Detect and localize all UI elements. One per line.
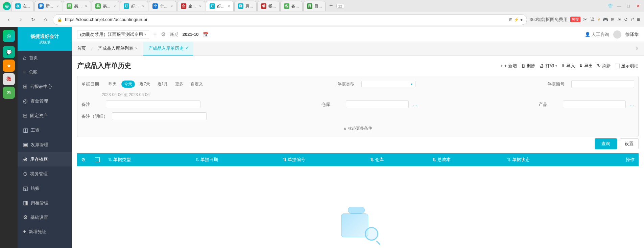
breadcrumb-history[interactable]: 产成品入库单历史 × [143,42,193,55]
note-detail-input[interactable] [112,112,207,120]
tab-close-3[interactable]: × [85,4,87,8]
breadcrumb-close-2[interactable]: × [186,46,188,51]
tab-close-4[interactable]: × [114,4,116,8]
tab-12[interactable]: 目 目... [303,1,326,11]
sidebar-item-invoice[interactable]: ▣ 发票管理 [18,137,72,152]
tab-5[interactable]: 好 好... × [120,1,148,11]
date-btn-yesterday[interactable]: 昨天 [106,81,119,88]
col-doc-type[interactable]: ⇅ 单据类型 [104,153,191,166]
tab-close-8[interactable]: × [228,4,230,8]
col-doc-date[interactable]: ⇅ 单据日期 [191,153,279,166]
col-doc-status[interactable]: ⇅ 单据状态 [503,153,590,166]
sidebar-item-home[interactable]: ⌂ 首页 [18,51,72,65]
sidebar-item-fund[interactable]: ◎ 资金管理 [18,94,72,108]
sidebar-item-general-ledger[interactable]: ≡ 总账 [18,65,72,79]
tab-7[interactable]: 企 企... × [177,1,205,11]
tab-11[interactable]: 各 各... [280,1,303,11]
add-icon[interactable]: + [153,31,157,38]
tab-8[interactable]: 好 好... × [206,1,234,11]
note-input[interactable] [106,100,200,108]
grid-view-icon[interactable]: ⊞ [611,17,615,22]
menu-icon[interactable]: ≡ [637,17,640,23]
breadcrumb-close-1[interactable]: × [135,46,138,51]
url-bar[interactable]: 🔒 https://cloud.chanjet.com/accounting/u… [53,14,527,25]
shirt-icon[interactable]: 👕 [607,3,613,9]
tab-4[interactable]: 易 易... × [92,1,119,11]
back-button[interactable]: ‹ [4,15,14,24]
weibo-icon[interactable]: 微 [3,73,15,85]
tab-1[interactable]: 在 在... [11,1,34,11]
dropdown-icon[interactable]: ▾ [520,17,523,22]
sidebar-item-cloud-report[interactable]: ⊞ 云报表中心 [18,79,72,94]
tab-close-6[interactable]: × [171,4,173,8]
tab-10[interactable]: 畅 畅... [257,1,280,11]
date-btn-month[interactable]: 近1月 [155,81,171,88]
sidebar-item-new-voucher[interactable]: + 新增凭证 [18,225,72,239]
collapse-button[interactable]: ∧ 收起更多条件 [343,124,372,133]
refresh-button[interactable]: ↻ [28,15,38,24]
date-btn-more[interactable]: 更多 [172,81,186,88]
tab-close-2[interactable]: × [56,4,58,8]
tab-close-5[interactable]: × [142,4,144,8]
minimize-button[interactable]: — [616,3,622,9]
print-button[interactable]: 🖨 打印 ▾ [540,63,557,69]
col-doc-no[interactable]: ⇅ 单据编号 [279,153,366,166]
import-button[interactable]: ⬆ 导入 [561,63,575,69]
tab-close-7[interactable]: × [199,4,201,8]
col-total-cost[interactable]: ⇅ 总成本 [428,153,503,166]
sidebar-item-fixed-assets[interactable]: ⊟ 固定资产 [18,108,72,123]
filter-settings-button[interactable]: 设置 [620,138,639,149]
chat-icon[interactable]: 💬 [3,46,15,58]
star-icon[interactable]: ★ [3,60,15,72]
product-input[interactable] [563,100,626,108]
sidebar-item-tax[interactable]: ⊙ 税务管理 [18,166,72,181]
sidebar-item-basic-settings[interactable]: ⚙ 基础设置 [18,210,72,225]
game-icon[interactable]: 🎮 [603,17,608,22]
currency-icon[interactable]: ¥ [597,17,600,22]
date-btn-custom[interactable]: 自定义 [188,81,206,88]
tab-3[interactable]: 易 易... × [63,1,91,11]
sidebar-item-inventory[interactable]: ⊕ 库存核算 [18,152,72,166]
close-button[interactable]: ✕ [635,3,641,9]
undo-icon[interactable]: ↺ [624,17,628,22]
delete-button[interactable]: 🗑 删除 [521,63,535,69]
sidebar-item-checkout[interactable]: ◱ 结账 [18,181,72,196]
sidebar-item-salary[interactable]: ◫ 工资 [18,123,72,137]
col-warehouse[interactable]: ⇅ 仓库 [366,153,428,166]
calendar-icon[interactable]: 📅 [203,32,209,37]
date-btn-today[interactable]: 今天 [121,81,135,88]
forward-button[interactable]: › [16,15,26,24]
col-checkbox[interactable] [91,153,104,166]
sync-icon[interactable]: ⇄ [630,17,634,22]
doc-type-select[interactable]: ▾ [361,81,415,87]
sidebar-item-archive[interactable]: ◨ 归档管理 [18,196,72,210]
new-tab-button[interactable]: + [326,1,336,11]
tab-2[interactable]: 新 新... × [34,1,62,11]
translate-icon[interactable]: 译 [590,17,595,23]
maximize-button[interactable]: □ [625,3,632,9]
scissors-icon[interactable]: ✂ [583,16,588,23]
refresh-button[interactable]: ↻ 刷新 [597,63,611,69]
mail-icon[interactable]: ✉ [3,87,15,99]
settings-icon[interactable]: ⚙ [161,31,166,38]
show-detail-checkbox[interactable] [615,64,620,68]
user-name[interactable]: 徐泽华 [625,31,639,38]
show-detail-toggle[interactable]: 显示明细 [615,63,639,69]
breadcrumb-list[interactable]: 产成品入库单列表 × [93,42,143,55]
header-checkbox[interactable] [95,157,100,162]
breadcrumb-home[interactable]: 首页 [72,42,91,55]
export-button[interactable]: ⬇ 导出 [579,63,593,69]
date-btn-week[interactable]: 近7天 [137,81,153,88]
logo-icon[interactable]: ◎ [3,30,15,42]
add-button[interactable]: + + 新增 [500,63,517,69]
home-button[interactable]: ⌂ [41,15,50,24]
warehouse-dots[interactable]: ... [413,102,417,108]
query-button[interactable]: 查询 [595,138,617,149]
org-select[interactable]: (勿删勿禁用）江西服宝测试专用 ▾ [77,30,149,39]
warehouse-input[interactable] [346,100,409,108]
panel-close-button[interactable]: × [636,46,639,52]
product-dots[interactable]: ... [630,102,634,108]
tab-6[interactable]: 个 个... × [149,1,176,11]
brightness-icon[interactable]: ☀ [617,17,621,22]
tab-9[interactable]: 腾 腾... [234,1,257,11]
